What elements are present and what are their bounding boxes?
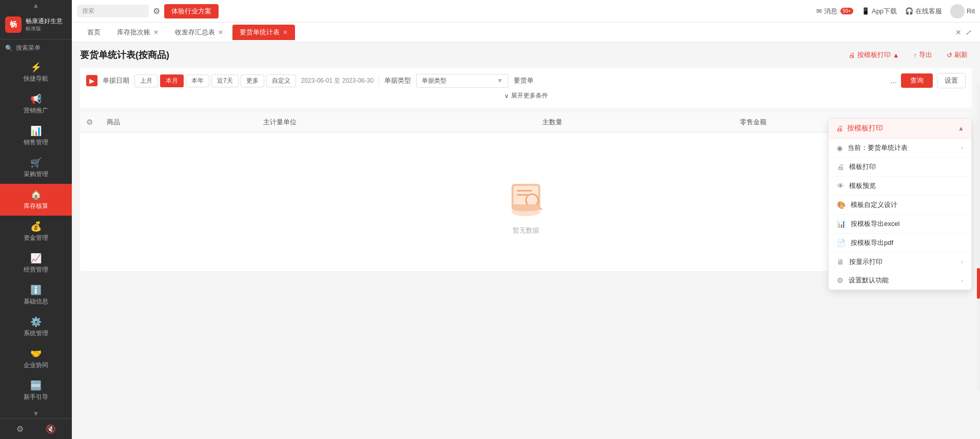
sidebar-item-label: 基础信息 xyxy=(24,297,48,306)
messages-btn[interactable]: ✉ 消息 99+ xyxy=(816,7,853,16)
date-btn-more[interactable]: 更多 xyxy=(241,74,264,87)
tab-close-all-icon[interactable]: ✕ xyxy=(955,28,962,36)
username-label: Rit xyxy=(967,7,975,15)
date-btn-custom[interactable]: 自定义 xyxy=(266,74,296,87)
more-dots-icon[interactable]: ... xyxy=(890,76,897,85)
table-settings-icon[interactable]: ⚙ xyxy=(86,118,93,126)
operation-icon: 📈 xyxy=(30,253,42,264)
right-scrollbar[interactable] xyxy=(977,83,980,391)
sidebar-item-label: 采购管理 xyxy=(24,170,48,179)
sidebar-item-operation[interactable]: 📈 经营管理 xyxy=(0,247,72,279)
dropdown-item-template-print[interactable]: 🖨 模板打印 xyxy=(829,158,971,177)
logo-area: 畅 畅康通好生意 标准版 xyxy=(0,10,72,40)
settings-bottom-btn[interactable]: ⚙ xyxy=(16,424,24,434)
tab-close-collection[interactable]: ✕ xyxy=(218,29,223,36)
topbar-search-box: 搜索 xyxy=(77,5,149,17)
date-btn-7days[interactable]: 近7天 xyxy=(211,74,239,87)
dropdown-item-template-preview[interactable]: 👁 模板预览 xyxy=(829,177,971,196)
tab-close-order[interactable]: ✕ xyxy=(283,29,288,36)
printer-icon: 🖨 xyxy=(849,51,855,59)
sidebar-item-label: 营销推广 xyxy=(24,106,48,115)
dropdown-item-label: 按模板导出excel xyxy=(851,219,899,228)
mute-bottom-btn[interactable]: 🔇 xyxy=(46,424,56,434)
sidebar-item-label: 经营管理 xyxy=(24,265,48,274)
purchase-icon: 🛒 xyxy=(30,157,42,168)
chevron-up-icon: ▲ xyxy=(893,51,899,59)
goods-filter-label: 要货单 xyxy=(514,76,534,85)
logo-title: 畅康通好生意 xyxy=(26,17,63,26)
current-template-icon: ◉ xyxy=(837,144,842,152)
print-template-btn[interactable]: 🖨 按模板打印 ▲ xyxy=(845,48,904,62)
filter-expand-icon[interactable]: ▶ xyxy=(86,75,97,86)
app-download-btn[interactable]: 📱 App下载 xyxy=(861,7,897,16)
export-btn[interactable]: ↑ 导出 xyxy=(910,48,937,62)
sidebar-item-basic[interactable]: ℹ️ 基础信息 xyxy=(0,279,72,311)
sidebar-item-sales[interactable]: 📊 销售管理 xyxy=(0,120,72,152)
date-btn-prev-month[interactable]: 上月 xyxy=(134,74,158,87)
sidebar-bottom: ⚙ 🔇 xyxy=(0,418,72,439)
set-default-icon: ⚙ xyxy=(837,276,844,284)
settings-btn[interactable]: 设置 xyxy=(937,73,966,88)
user-avatar-area[interactable]: Rit xyxy=(950,4,975,18)
page-content: 要货单统计表(按商品) 🖨 按模板打印 ▲ ↑ 导出 ↺ 刷新 xyxy=(72,42,980,439)
experience-btn[interactable]: 体验行业方案 xyxy=(164,4,219,18)
sidebar-item-inventory[interactable]: 🏠 库存核算 xyxy=(0,184,72,216)
design-item-icon: 🎨 xyxy=(837,201,846,209)
type-filter-label: 单据类型 xyxy=(384,76,411,85)
type-filter-select[interactable]: 单据类型 ▼ xyxy=(416,74,508,88)
logo-icon: 畅 xyxy=(5,16,22,33)
dropdown-item-template-design[interactable]: 🎨 模板自定义设计 xyxy=(829,196,971,215)
filter-divider xyxy=(379,75,379,86)
scroll-up-arrow[interactable]: ▲ xyxy=(0,0,72,10)
sidebar-search[interactable]: 🔍 搜索菜单 xyxy=(0,40,72,56)
sidebar: ▲ 畅 畅康通好生意 标准版 🔍 搜索菜单 ⚡ 快捷导航 📢 营销推广 📊 销售… xyxy=(0,0,72,439)
chevron-right-icon: › xyxy=(961,145,963,151)
tabs-right-controls: ✕ ⤢ xyxy=(955,28,972,36)
scroll-down-arrow[interactable]: ▼ xyxy=(0,408,72,418)
tab-home[interactable]: 首页 xyxy=(80,25,108,40)
tab-maximize-icon[interactable]: ⤢ xyxy=(966,28,972,36)
expand-more-row[interactable]: ∨ 展开更多条件 xyxy=(86,88,966,103)
avatar xyxy=(950,4,965,18)
sidebar-item-quick-nav[interactable]: ⚡ 快捷导航 xyxy=(0,56,72,88)
topbar-right: ✉ 消息 99+ 📱 App下载 🎧 在线客服 Rit xyxy=(816,4,975,18)
date-btn-this-year[interactable]: 本年 xyxy=(186,74,209,87)
dropdown-current-template[interactable]: ◉ 当前：要货单统计表 › xyxy=(829,139,971,158)
refresh-icon: ↺ xyxy=(947,51,952,59)
date-btn-this-month[interactable]: 本月 xyxy=(160,74,184,87)
tab-batch-account[interactable]: 库存批次账 ✕ xyxy=(110,25,166,40)
dropdown-header-controls: ▲ xyxy=(958,125,964,132)
tab-collection-summary[interactable]: 收发存汇总表 ✕ xyxy=(168,25,230,40)
online-service-btn[interactable]: 🎧 在线客服 xyxy=(905,7,942,16)
sidebar-item-purchase[interactable]: 🛒 采购管理 xyxy=(0,152,72,184)
filter-row-1: ▶ 单据日期 上月 本月 本年 近7天 更多 自定义 2023-06-01 至 … xyxy=(86,73,966,88)
main-area: 搜索 ⚙ 体验行业方案 ✉ 消息 99+ 📱 App下载 🎧 在线客服 Rit xyxy=(72,0,980,439)
preview-item-icon: 👁 xyxy=(837,182,844,190)
sidebar-item-corp[interactable]: 🤝 企业协同 xyxy=(0,343,72,375)
pdf-item-icon: 📄 xyxy=(837,239,846,247)
sidebar-item-marketing[interactable]: 📢 营销推广 xyxy=(0,88,72,120)
sidebar-item-system[interactable]: ⚙️ 系统管理 xyxy=(0,311,72,343)
empty-text: 暂无数据 xyxy=(513,226,539,235)
dropdown-sub-display-print[interactable]: 🖥 按显示打印 › xyxy=(829,253,971,271)
query-btn[interactable]: 查询 xyxy=(901,73,933,88)
page-actions: 🖨 按模板打印 ▲ ↑ 导出 ↺ 刷新 xyxy=(845,48,972,62)
logo-sub: 标准版 xyxy=(26,25,63,32)
guide-icon: 🆕 xyxy=(30,380,42,391)
dropdown-header-title-area: 🖨 按模板打印 xyxy=(836,124,883,133)
marketing-icon: 📢 xyxy=(30,93,42,105)
sidebar-item-finance[interactable]: 💰 资金管理 xyxy=(0,216,72,247)
dropdown-sub-set-default[interactable]: ⚙ 设置默认功能 › xyxy=(829,271,971,290)
refresh-btn[interactable]: ↺ 刷新 xyxy=(943,48,972,62)
dropdown-item-export-pdf[interactable]: 📄 按模板导出pdf xyxy=(829,234,971,253)
sidebar-item-label: 企业协同 xyxy=(24,361,48,370)
tab-order-summary[interactable]: 要货单统计表 ✕ xyxy=(232,25,295,40)
sidebar-nav: ⚡ 快捷导航 📢 营销推广 📊 销售管理 🛒 采购管理 🏠 库存核算 💰 资金管… xyxy=(0,56,72,408)
sidebar-item-guide[interactable]: 🆕 新手引导 xyxy=(0,375,72,407)
tab-close-batch[interactable]: ✕ xyxy=(153,29,159,36)
expand-down-icon: ∨ xyxy=(504,92,509,100)
gear-icon[interactable]: ⚙ xyxy=(153,6,160,16)
dropdown-collapse-up-icon[interactable]: ▲ xyxy=(958,125,964,132)
col-quantity: 主数量 xyxy=(536,112,734,132)
dropdown-item-export-excel[interactable]: 📊 按模板导出excel xyxy=(829,215,971,234)
